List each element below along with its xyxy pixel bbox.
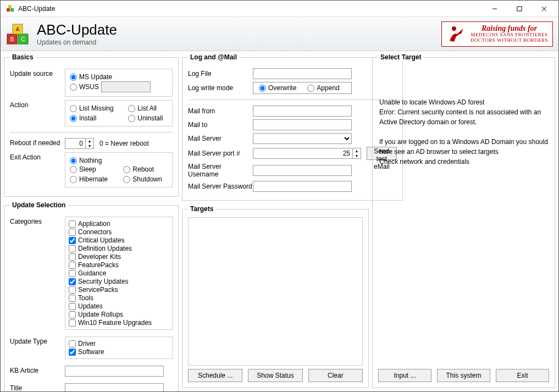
radio-ms-update[interactable]: MS Update: [70, 73, 168, 81]
logo-icon: ABC: [6, 22, 30, 46]
kb-input[interactable]: [65, 366, 164, 377]
logwritemode-label: Log write mode: [188, 84, 253, 92]
targets-box[interactable]: [188, 217, 363, 366]
category-tools[interactable]: Tools: [69, 294, 169, 302]
titlebar: ABC-Update: [1, 1, 558, 17]
categories-list: ApplicationConnectorsCritical UpdatesDef…: [65, 217, 173, 330]
category-definition-updates[interactable]: Definition Updates: [69, 245, 169, 252]
schedule-button[interactable]: Schedule ...: [188, 369, 242, 382]
window-title: ABC-Update: [18, 5, 482, 13]
category-connectors[interactable]: Connectors: [69, 228, 169, 236]
logfile-input[interactable]: [253, 68, 352, 79]
radio-shutdown[interactable]: Shutdown: [123, 175, 168, 183]
category-application[interactable]: Application: [69, 220, 169, 228]
port-spin[interactable]: ▲▼: [253, 148, 361, 159]
mailfrom-input[interactable]: [253, 106, 352, 117]
basics-group: Basics Update source MS Update WSUS Acti…: [4, 53, 179, 197]
reboot-label: Reboot if needed: [10, 138, 65, 147]
svg-text:A: A: [16, 26, 20, 32]
select-target-group: Select Target Unable to locate Windows A…: [372, 53, 555, 388]
category-developer-kits[interactable]: Developer Kits: [69, 253, 169, 261]
msf-line3: DOCTORS WITHOUT BORDERS: [471, 38, 548, 43]
wsus-input: [101, 81, 151, 92]
radio-wsus[interactable]: WSUS: [70, 81, 168, 92]
select-target-legend: Select Target: [378, 53, 423, 61]
log-mail-group: Log and @Mail Log File Log write mode Ov…: [182, 53, 403, 201]
maximize-button[interactable]: [507, 1, 532, 16]
input-button[interactable]: Input ...: [378, 369, 431, 382]
username-label: Mail Server Username: [188, 163, 253, 178]
mailserver-label: Mail Server: [188, 135, 253, 142]
select-target-text: Unable to locate Windows AD forest Error…: [378, 65, 549, 366]
mailserver-select[interactable]: [253, 133, 352, 144]
action-label: Action: [10, 100, 65, 109]
this-system-button[interactable]: This system: [437, 369, 490, 382]
targets-legend: Targets: [188, 205, 215, 213]
svg-rect-2: [8, 5, 12, 8]
password-label: Mail Server Password: [188, 183, 253, 190]
updatetype-software[interactable]: Software: [69, 348, 169, 356]
mailto-label: Mail to: [188, 121, 253, 129]
updatetype-driver[interactable]: Driver: [69, 340, 169, 347]
radio-install[interactable]: Install: [70, 114, 118, 122]
svg-rect-0: [7, 8, 10, 12]
app-icon: [6, 4, 15, 13]
radio-list-all[interactable]: List All: [128, 104, 168, 112]
logfile-label: Log File: [188, 70, 253, 78]
username-input[interactable]: [253, 165, 352, 176]
categories-label: Categories: [10, 217, 65, 225]
radio-uninstall[interactable]: Uninstall: [128, 114, 168, 122]
app-window: ABC-Update ABC ABC-Update Updates on dem…: [0, 0, 559, 392]
mailto-input[interactable]: [253, 119, 352, 130]
category-update-rollups[interactable]: Update Rollups: [69, 311, 169, 318]
category-critical-updates[interactable]: Critical Updates: [69, 236, 169, 244]
msf-banner[interactable]: Raising funds for MEDECINS SANS FRONTIER…: [441, 21, 553, 47]
update-selection-legend: Update Selection: [10, 201, 68, 209]
radio-sleep[interactable]: Sleep: [70, 165, 113, 173]
exit-button[interactable]: Exit: [496, 369, 549, 382]
category-win10-feature-upgrades[interactable]: Win10 Feature Upgrades: [69, 319, 169, 327]
msf-line1: Raising funds for: [471, 24, 548, 32]
category-security-updates[interactable]: Security Updates: [69, 278, 169, 285]
svg-rect-4: [517, 7, 522, 11]
log-legend: Log and @Mail: [188, 53, 239, 61]
update-source-label: Update source: [10, 69, 65, 78]
port-label: Mail Server port #: [188, 150, 253, 157]
reboot-hint: 0 = Never reboot: [99, 140, 149, 147]
title-label: Title: [10, 383, 65, 391]
svg-text:B: B: [10, 36, 14, 42]
clear-button[interactable]: Clear: [308, 369, 363, 382]
header-title: ABC-Update: [37, 21, 117, 38]
password-input[interactable]: [253, 181, 352, 192]
reboot-spin[interactable]: ▲▼: [65, 138, 94, 149]
title-input[interactable]: [65, 383, 164, 391]
mailfrom-label: Mail from: [188, 107, 253, 115]
radio-nothing[interactable]: Nothing: [70, 157, 168, 164]
category-updates[interactable]: Updates: [69, 302, 169, 310]
kb-label: KB Article: [10, 366, 65, 374]
basics-legend: Basics: [10, 53, 36, 61]
category-servicepacks[interactable]: ServicePacks: [69, 286, 169, 294]
svg-rect-1: [10, 8, 14, 12]
svg-point-13: [452, 26, 456, 31]
update-selection-group: Update Selection Categories ApplicationC…: [4, 201, 179, 391]
radio-overwrite[interactable]: Overwrite: [259, 84, 296, 92]
category-guidance[interactable]: Guidance: [69, 269, 169, 277]
msf-icon: [446, 24, 466, 44]
header-subtitle: Updates on demand: [37, 38, 117, 46]
updatetype-list: DriverSoftware: [65, 336, 173, 359]
radio-list-missing[interactable]: List Missing: [70, 104, 118, 112]
svg-text:C: C: [21, 36, 25, 42]
update-type-label: Update Type: [10, 336, 65, 345]
show-status-button[interactable]: Show Status: [248, 369, 302, 382]
radio-append[interactable]: Append: [307, 84, 339, 92]
targets-group: Targets Schedule ... Show Status Clear: [182, 205, 369, 388]
radio-reboot[interactable]: Reboot: [123, 165, 168, 173]
close-button[interactable]: [532, 1, 556, 16]
exit-label: Exit Action: [10, 152, 65, 161]
category-featurepacks[interactable]: FeaturePacks: [69, 261, 169, 269]
minimize-button[interactable]: [482, 1, 507, 16]
radio-hibernate[interactable]: Hibernate: [70, 175, 113, 183]
header: ABC ABC-Update Updates on demand Raising…: [1, 17, 558, 51]
